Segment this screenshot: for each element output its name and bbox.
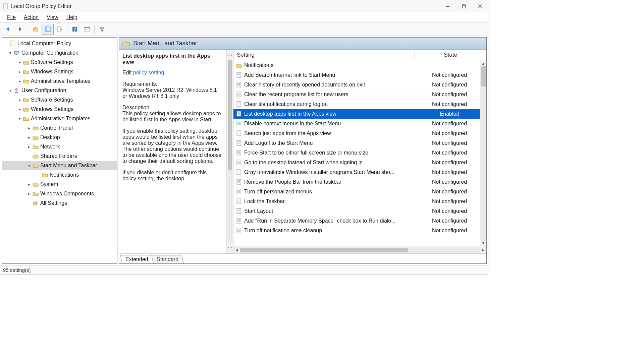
tree-cc-software[interactable]: ▸Software Settings <box>2 58 117 67</box>
list-rows[interactable]: NotificationsAdd Search Internet link to… <box>233 60 486 246</box>
menu-action[interactable]: Action <box>20 13 43 22</box>
setting-state: Not configured <box>413 208 486 214</box>
list-row[interactable]: Turn off notification area cleanupNot co… <box>233 226 486 235</box>
collapse-icon[interactable]: ▾ <box>26 163 32 168</box>
list-row[interactable]: Remove the People Bar from the taskbarNo… <box>233 177 486 187</box>
scroll-down-icon[interactable]: ▾ <box>480 240 486 246</box>
tree-root[interactable]: Local Computer Policy <box>2 39 117 48</box>
tree-pane[interactable]: Local Computer Policy ▾ Computer Configu… <box>2 37 117 264</box>
list-row[interactable]: Turn off personalized menusNot configure… <box>233 187 486 196</box>
menu-view[interactable]: View <box>43 13 62 22</box>
column-state[interactable]: State <box>415 52 486 58</box>
list-row[interactable]: Add Logoff to the Start MenuNot configur… <box>233 138 486 148</box>
close-button[interactable] <box>472 0 488 12</box>
properties-button[interactable] <box>81 24 93 35</box>
tree-uc-windows[interactable]: ▸Windows Settings <box>2 105 117 114</box>
tree-uc-admin[interactable]: ▾Administrative Templates <box>2 114 117 123</box>
menu-help[interactable]: Help <box>62 13 82 22</box>
list-row[interactable]: Go to the desktop instead of Start when … <box>233 158 486 167</box>
list-row[interactable]: Clear the recent programs list for new u… <box>233 89 486 99</box>
description-scrollbar[interactable]: ︿ ﹀ <box>226 50 233 253</box>
setting-state: Not configured <box>413 82 486 88</box>
tree-notifications[interactable]: Notifications <box>2 170 117 180</box>
tree-label: Shared Folders <box>40 153 77 159</box>
tree-start-menu-taskbar[interactable]: ▾Start Menu and Taskbar <box>2 161 117 170</box>
list-row[interactable]: Disable context menus in the Start MenuN… <box>233 119 486 128</box>
expand-icon[interactable]: ▸ <box>17 98 23 102</box>
setting-state: Enabled <box>413 111 486 117</box>
back-button[interactable] <box>2 24 14 35</box>
expand-icon[interactable]: ▸ <box>17 79 23 83</box>
scroll-track[interactable] <box>228 60 232 243</box>
filter-button[interactable] <box>96 24 108 35</box>
minimize-button[interactable] <box>440 0 456 12</box>
scroll-left-icon[interactable]: ◂ <box>233 247 240 253</box>
expand-icon[interactable]: ▸ <box>17 69 23 74</box>
tree-shared-folders[interactable]: Shared Folders <box>2 152 117 161</box>
edit-policy-link[interactable]: policy setting <box>133 70 164 75</box>
expand-icon[interactable]: ▸ <box>26 182 32 187</box>
expand-icon[interactable]: ▸ <box>26 191 32 196</box>
list-row[interactable]: List desktop apps first in the Apps view… <box>233 109 486 119</box>
tree-network[interactable]: ▸Network <box>2 142 117 152</box>
forward-button[interactable] <box>14 24 26 35</box>
list-row[interactable]: Clear tile notifications during log onNo… <box>233 99 486 109</box>
scroll-thumb[interactable] <box>228 60 232 170</box>
policy-icon <box>235 72 243 78</box>
expand-icon[interactable]: ▸ <box>26 144 32 149</box>
up-level-button[interactable] <box>30 24 42 35</box>
list-row[interactable]: Start LayoutNot configured <box>233 206 486 216</box>
expand-icon[interactable]: ▸ <box>26 126 32 130</box>
svg-marker-12 <box>34 27 37 28</box>
tree-user-configuration[interactable]: ▾ User Configuration <box>2 86 117 95</box>
expand-icon[interactable]: ▸ <box>17 60 23 65</box>
maximize-button[interactable] <box>456 0 472 12</box>
collapse-icon[interactable]: ▾ <box>7 88 13 93</box>
list-row[interactable]: Add "Run in Separate Memory Space" check… <box>233 216 486 226</box>
scroll-track[interactable] <box>240 248 480 252</box>
expand-icon[interactable]: ▸ <box>26 135 32 140</box>
tree-control-panel[interactable]: ▸Control Panel <box>2 123 117 133</box>
tree-desktop[interactable]: ▸Desktop <box>2 133 117 142</box>
scroll-right-icon[interactable]: ▸ <box>480 247 486 253</box>
list-horizontal-scrollbar[interactable]: ◂ ▸ <box>233 246 486 253</box>
help-button[interactable]: ? <box>69 24 81 35</box>
tree-all-settings[interactable]: All Settings <box>2 198 117 208</box>
scroll-down-icon[interactable]: ﹀ <box>227 245 233 252</box>
scroll-up-icon[interactable]: ︿ <box>227 51 233 58</box>
tree-computer-configuration[interactable]: ▾ Computer Configuration <box>2 48 117 58</box>
scroll-up-icon[interactable]: ▴ <box>480 60 486 66</box>
list-row[interactable]: Lock the TaskbarNot configured <box>233 196 486 206</box>
tree-windows-components[interactable]: ▸Windows Components <box>2 189 117 198</box>
tree-cc-windows[interactable]: ▸Windows Settings <box>2 67 117 76</box>
svg-marker-43 <box>123 42 129 46</box>
scroll-thumb[interactable] <box>240 248 408 252</box>
menu-file[interactable]: File <box>3 13 20 22</box>
show-hide-tree-button[interactable] <box>42 24 54 35</box>
setting-state: Not configured <box>413 198 486 204</box>
tree-uc-software[interactable]: ▸Software Settings <box>2 95 117 105</box>
list-row[interactable]: Add Search Internet link to Start MenuNo… <box>233 70 486 80</box>
list-row[interactable]: Notifications <box>233 60 486 70</box>
export-list-button[interactable] <box>54 24 66 35</box>
tree-system[interactable]: ▸System <box>2 180 117 189</box>
list-row[interactable]: Gray unavailable Windows Installer progr… <box>233 167 486 177</box>
list-row[interactable]: Force Start to be either full screen siz… <box>233 148 486 158</box>
folder-icon <box>23 106 30 113</box>
setting-name: Force Start to be either full screen siz… <box>243 150 413 156</box>
tab-standard[interactable]: Standard <box>151 255 183 263</box>
collapse-icon[interactable]: ▾ <box>17 116 23 121</box>
scroll-thumb[interactable] <box>481 66 486 86</box>
list-vertical-scrollbar[interactable]: ▴ ▾ <box>480 60 486 246</box>
tree-cc-admin[interactable]: ▸Administrative Templates <box>2 76 117 86</box>
expand-icon[interactable]: ▸ <box>17 107 23 112</box>
collapse-icon[interactable]: ▾ <box>7 51 13 55</box>
list-row[interactable]: Clear history of recently opened documen… <box>233 80 486 89</box>
folder-icon <box>32 134 39 141</box>
svg-marker-28 <box>23 80 29 83</box>
list-row[interactable]: Search just apps from the Apps viewNot c… <box>233 128 486 138</box>
tab-extended[interactable]: Extended <box>120 255 153 263</box>
folder-icon <box>122 40 130 47</box>
scroll-track[interactable] <box>480 66 486 240</box>
column-setting[interactable]: Setting <box>233 52 415 58</box>
